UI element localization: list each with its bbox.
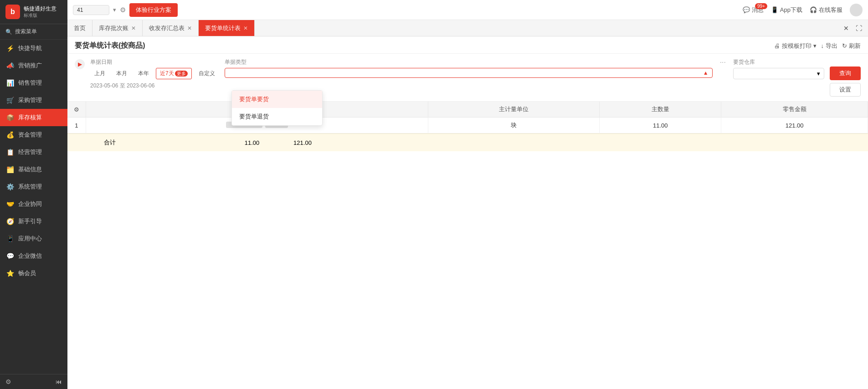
sidebar-item-apps[interactable]: 📱应用中心 [0, 230, 67, 247]
header-settings-icon[interactable]: ⚙ [120, 6, 126, 14]
nav-icon-apps: 📱 [5, 235, 15, 242]
page-title: 要货单统计表(按商品) [75, 41, 145, 51]
dropdown-item-requisition-return[interactable]: 要货单退货 [232, 108, 322, 125]
nav-label-sales: 销售管理 [18, 79, 42, 87]
sidebar-item-inventory[interactable]: 📦库存核算 [0, 109, 67, 126]
search-icon: 🔍 [5, 29, 12, 35]
tab-home[interactable]: 首页 [67, 20, 92, 36]
settings-icon[interactable]: ⚙ [5, 378, 11, 385]
doc-type-select[interactable]: ▲ [225, 68, 713, 78]
breadcrumb-input[interactable] [73, 5, 109, 15]
trial-btn[interactable]: 体验行业方案 [129, 3, 178, 17]
filter-expand-btn[interactable]: ▶ [75, 59, 85, 69]
collapse-icon[interactable]: ⏮ [56, 378, 62, 385]
logo-icon: b [5, 5, 20, 19]
refresh-btn[interactable]: ↻ 刷新 [842, 42, 861, 50]
message-icon: 💬 [743, 6, 750, 13]
cell-amount: 121.00 [721, 118, 868, 133]
nav-icon-basics: 🗂️ [5, 166, 15, 173]
sidebar-item-system[interactable]: ⚙️系统管理 [0, 178, 67, 195]
sidebar-item-enterprise[interactable]: 🤝企业协同 [0, 195, 67, 213]
date-btn-current[interactable]: 本月 [112, 68, 131, 79]
cell-qty: 11.00 [600, 118, 721, 133]
sidebar-item-purchase[interactable]: 🛒采购管理 [0, 92, 67, 109]
messages-btn[interactable]: 💬 消息 99+ [743, 6, 764, 14]
nav-label-basics: 基础信息 [18, 165, 42, 174]
table-row: 1块11.00121.00 [67, 118, 868, 133]
nav-icon-enterprise: 🤝 [5, 200, 15, 208]
nav-icon-inventory: 📦 [5, 114, 15, 121]
page-header-actions: 🖨 按模板打印 ▾ ↓ 导出 ↻ 刷新 [774, 42, 861, 50]
app-download-label: App下载 [780, 6, 802, 14]
app-logo: b 畅捷通好生意 标准版 [0, 0, 67, 24]
tab-receivable-summary[interactable]: 收发存汇总表✕ [143, 20, 199, 36]
nav-label-system: 系统管理 [18, 183, 42, 191]
date-btn-year[interactable]: 本年 [134, 68, 153, 79]
tab-inventory-batch[interactable]: 库存批次账✕ [92, 20, 143, 36]
col-header-amount: 零售金额 [721, 102, 868, 118]
footer-total-amount: 121.00 [280, 139, 325, 146]
tab-close-requisition-summary[interactable]: ✕ [243, 25, 248, 31]
date-btn-7days[interactable]: 近7天更多 [156, 68, 192, 79]
query-btn[interactable]: 查询 [830, 67, 861, 80]
filter-bar: ▶ 单据日期 上月本月本年近7天更多自定义 2023-05-06 至 2023-… [67, 54, 868, 102]
warehouse-label: 要货仓库 [733, 58, 824, 66]
sidebar-item-sales[interactable]: 📊销售管理 [0, 74, 67, 92]
sidebar-item-members[interactable]: ⭐畅会员 [0, 265, 67, 282]
sidebar-item-guide[interactable]: 🧭新手引导 [0, 213, 67, 230]
tab-close-inventory-batch[interactable]: ✕ [131, 25, 136, 31]
date-filter-group: 单据日期 上月本月本年近7天更多自定义 2023-05-06 至 2023-06… [90, 58, 219, 90]
nav-icon-finance: 💰 [5, 131, 15, 138]
tab-maximize-btn[interactable]: ⛶ [853, 23, 864, 34]
refresh-icon: ↻ [842, 42, 847, 49]
nav-label-guide: 新手引导 [18, 217, 42, 225]
date-range-text: 2023-05-06 至 2023-06-06 [90, 82, 219, 90]
page-content: 要货单统计表(按商品) 🖨 按模板打印 ▾ ↓ 导出 ↻ 刷新 ▶ [67, 36, 868, 389]
phone-icon: 📱 [771, 6, 778, 13]
date-options-row: 上月本月本年近7天更多自定义 [90, 68, 219, 79]
footer-total-qty: 11.00 [231, 139, 272, 146]
dropdown-item-requisition-order[interactable]: 要货单要货 [232, 91, 322, 108]
print-btn[interactable]: 🖨 按模板打印 ▾ [774, 42, 817, 50]
sidebar-nav: ⚡快捷导航📣营销推广📊销售管理🛒采购管理📦库存核算💰资金管理📋经营管理🗂️基础信… [0, 40, 67, 374]
messages-badge: 99+ [755, 3, 767, 9]
print-icon: 🖨 [774, 42, 780, 49]
tab-close-receivable-summary[interactable]: ✕ [187, 25, 192, 31]
nav-label-wechat: 企业微信 [18, 252, 42, 260]
app-download-btn[interactable]: 📱 App下载 [771, 6, 802, 14]
warehouse-filter-group: 要货仓库 ▾ [733, 58, 824, 79]
tab-label-home: 首页 [74, 24, 86, 32]
top-header: ▾ ⚙ 体验行业方案 💬 消息 99+ 📱 App下载 🎧 在线客服 [67, 0, 868, 20]
sidebar-item-finance[interactable]: 💰资金管理 [0, 126, 67, 143]
sidebar-item-marketing[interactable]: 📣营销推广 [0, 57, 67, 74]
online-service-label: 在线客服 [819, 6, 842, 14]
print-dropdown-icon[interactable]: ▾ [813, 42, 817, 49]
tab-label-requisition-summary: 要货单统计表 [205, 24, 241, 32]
tab-requisition-summary[interactable]: 要货单统计表✕ [199, 20, 255, 36]
date-btn-prev[interactable]: 上月 [90, 68, 109, 79]
sidebar-item-wechat[interactable]: 💬企业微信 [0, 247, 67, 265]
date-btn-custom[interactable]: 自定义 [195, 68, 219, 79]
sidebar-item-operations[interactable]: 📋经营管理 [0, 143, 67, 161]
user-avatar[interactable] [850, 4, 863, 16]
cell-unit: 块 [428, 118, 600, 133]
data-table: ⚙商品主计量单位主数量零售金额1块11.00121.00 [67, 102, 868, 133]
doc-type-label: 单据类型 [225, 58, 713, 66]
nav-label-members: 畅会员 [18, 269, 36, 277]
doc-type-filter-group: 单据类型 ▲ [225, 58, 713, 78]
export-btn[interactable]: ↓ 导出 [821, 42, 838, 50]
date-filter-label: 单据日期 [90, 58, 219, 66]
logo-text: 畅捷通好生意 标准版 [24, 5, 56, 19]
warehouse-select[interactable]: ▾ [733, 68, 824, 79]
footer-label: 合计 [98, 138, 180, 147]
tab-close-all-btn[interactable]: ✕ [841, 23, 852, 34]
filter-more-btn[interactable]: ··· [718, 58, 728, 67]
warehouse-arrow-icon: ▾ [817, 70, 820, 77]
filter-settings-btn[interactable]: 设置 [830, 83, 861, 97]
online-service-btn[interactable]: 🎧 在线客服 [810, 6, 842, 14]
dropdown-arrow-icon[interactable]: ▾ [113, 6, 116, 13]
search-menu[interactable]: 🔍 搜索菜单 [0, 24, 67, 40]
sidebar-item-quick-nav[interactable]: ⚡快捷导航 [0, 40, 67, 57]
nav-label-purchase: 采购管理 [18, 96, 42, 104]
sidebar-item-basics[interactable]: 🗂️基础信息 [0, 161, 67, 178]
